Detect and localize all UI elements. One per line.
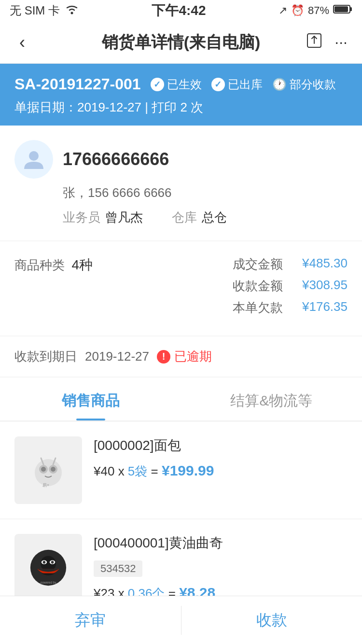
shipped-label: 已出库 xyxy=(228,77,263,92)
order-date: 单据日期：2019-12-27 | 打印 2 次 xyxy=(14,99,348,116)
svg-point-18 xyxy=(51,561,54,564)
customer-row: 17666666666 xyxy=(14,140,348,179)
product-name-bread: [0000002]面包 xyxy=(94,436,348,455)
status-bar-right: ↗ ⏰ 87% xyxy=(278,4,352,17)
status-shipped: ✓ 已出库 xyxy=(211,77,263,92)
tab-settlement-label: 结算&物流等 xyxy=(230,392,312,408)
shipped-check-icon: ✓ xyxy=(211,78,225,91)
customer-meta: 业务员 曾凡杰 仓库 总仓 xyxy=(14,209,348,226)
svg-point-0 xyxy=(71,12,73,14)
status-effective: ✓ 已生效 xyxy=(151,77,202,92)
warehouse-label: 仓库 xyxy=(172,209,197,226)
svg-text:易+: 易+ xyxy=(42,483,49,488)
warehouse-value: 总仓 xyxy=(202,209,227,226)
tab-active-indicator xyxy=(76,419,105,420)
status-partial-payment: 🕐 部分收款 xyxy=(272,77,336,92)
battery-icon xyxy=(333,4,352,17)
product-price-bread: ¥40 x 5袋 = ¥199.99 xyxy=(94,462,348,480)
tab-settlement[interactable]: 结算&物流等 xyxy=(181,378,362,420)
partial-payment-label: 部分收款 xyxy=(290,77,336,92)
product-list: 易+ [0000002]面包 ¥40 x 5袋 = ¥199.99 xyxy=(0,422,362,616)
customer-phone: 17666666666 xyxy=(63,149,169,169)
amount-label: 成交金额 xyxy=(233,256,283,273)
warehouse-meta: 仓库 总仓 xyxy=(172,209,227,226)
payment-due-section: 收款到期日 2019-12-27 ! 已逾期 xyxy=(0,336,362,377)
nav-right-actions: ··· xyxy=(306,32,348,53)
svg-rect-2 xyxy=(350,7,352,11)
svg-point-7 xyxy=(35,459,62,486)
product-category-stat: 商品种类 4种 xyxy=(14,256,93,274)
debt-value: ¥176.35 xyxy=(302,299,348,316)
product-name-cookie: [000400001]黄油曲奇 xyxy=(94,534,348,552)
salesperson-label: 业务员 xyxy=(63,209,100,226)
collect-payment-button[interactable]: 收款 xyxy=(181,596,362,644)
tabs-row: 销售商品 结算&物流等 xyxy=(0,378,362,421)
received-value: ¥308.95 xyxy=(302,278,348,294)
payment-due-label: 收款到期日 xyxy=(14,348,77,365)
svg-point-11 xyxy=(51,467,56,472)
bread-qty: 5袋 xyxy=(128,464,147,478)
more-icon[interactable]: ··· xyxy=(334,33,348,51)
tab-sales-products[interactable]: 销售商品 xyxy=(0,378,181,420)
amount-row: 成交金额 ¥485.30 xyxy=(233,256,348,273)
product-image-cookie: powered by xyxy=(14,534,82,602)
effective-label: 已生效 xyxy=(167,77,202,92)
cancel-review-button[interactable]: 弃审 xyxy=(0,596,181,644)
svg-point-10 xyxy=(41,467,46,472)
effective-check-icon: ✓ xyxy=(151,78,164,91)
svg-point-17 xyxy=(43,561,46,564)
svg-text:powered by: powered by xyxy=(41,581,56,585)
status-bar-left: 无 SIM 卡 xyxy=(10,3,79,18)
order-id: SA-20191227-001 xyxy=(14,75,141,93)
page-title: 销货单详情(来自电脑) xyxy=(102,31,261,54)
debt-row: 本单欠款 ¥176.35 xyxy=(233,299,348,316)
clock-icon: 🕐 xyxy=(272,78,287,91)
status-bar: 无 SIM 卡 下午4:42 ↗ ⏰ 87% xyxy=(0,0,362,21)
salesperson-meta: 业务员 曾凡杰 xyxy=(63,209,143,226)
battery-level: 87% xyxy=(308,4,329,17)
nav-bar: ‹ 销货单详情(来自电脑) ··· xyxy=(0,21,362,64)
received-row: 收款金额 ¥308.95 xyxy=(233,278,348,294)
amount-value: ¥485.30 xyxy=(302,256,348,273)
customer-avatar xyxy=(14,140,53,179)
product-sku-cookie: 534532 xyxy=(94,560,142,577)
wifi-icon xyxy=(65,4,79,17)
product-info-cookie: [000400001]黄油曲奇 534532 ¥23 x 0.36个 = ¥8.… xyxy=(94,534,348,602)
received-label: 收款金额 xyxy=(233,278,283,294)
order-header: SA-20191227-001 ✓ 已生效 ✓ 已出库 🕐 部分收款 单据日期：… xyxy=(0,64,362,126)
back-button[interactable]: ‹ xyxy=(14,28,30,57)
debt-label: 本单欠款 xyxy=(233,299,283,316)
product-image-bread: 易+ xyxy=(14,436,82,504)
category-label: 商品种类 xyxy=(14,258,65,272)
product-item: 易+ [0000002]面包 ¥40 x 5袋 = ¥199.99 xyxy=(0,422,362,518)
payment-due-date: 2019-12-27 xyxy=(85,349,149,364)
bread-total: ¥199.99 xyxy=(162,462,214,478)
svg-rect-3 xyxy=(334,6,348,12)
overdue-icon: ! xyxy=(157,350,170,364)
salesperson-value: 曾凡杰 xyxy=(105,209,143,226)
bread-multiply: x xyxy=(118,464,128,478)
stats-section: 商品种类 4种 成交金额 ¥485.30 收款金额 ¥308.95 本单欠款 ¥… xyxy=(0,241,362,336)
overdue-badge: ! 已逾期 xyxy=(157,348,212,365)
status-bar-time: 下午4:42 xyxy=(152,1,206,20)
order-header-row1: SA-20191227-001 ✓ 已生效 ✓ 已出库 🕐 部分收款 xyxy=(14,75,348,93)
alarm-icon: ⏰ xyxy=(291,4,304,17)
bottom-bar: 弃审 收款 xyxy=(0,596,362,644)
customer-name: 张，156 6666 6666 xyxy=(14,184,348,201)
sim-status: 无 SIM 卡 xyxy=(10,3,60,18)
bread-equals: = xyxy=(151,464,162,478)
overdue-text: 已逾期 xyxy=(174,348,212,365)
share-icon[interactable] xyxy=(306,32,323,53)
customer-section: 17666666666 张，156 6666 6666 业务员 曾凡杰 仓库 总… xyxy=(0,126,362,240)
location-icon: ↗ xyxy=(278,4,287,17)
financial-stats: 成交金额 ¥485.30 收款金额 ¥308.95 本单欠款 ¥176.35 xyxy=(233,256,348,321)
category-value: 4种 xyxy=(71,257,93,272)
tabs-section: 销售商品 结算&物流等 xyxy=(0,378,362,421)
tab-sales-label: 销售商品 xyxy=(62,392,120,408)
bread-unit-price: ¥40 xyxy=(94,464,114,478)
svg-point-6 xyxy=(29,151,39,161)
product-info-bread: [0000002]面包 ¥40 x 5袋 = ¥199.99 xyxy=(94,436,348,480)
